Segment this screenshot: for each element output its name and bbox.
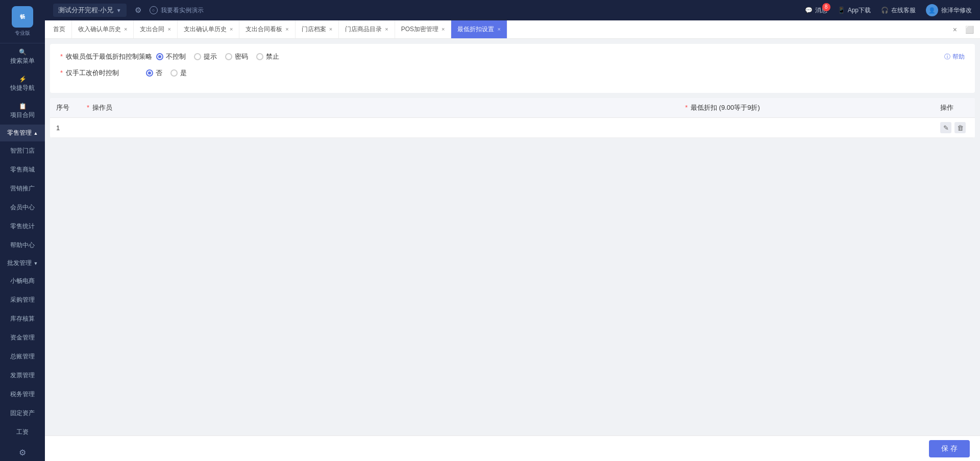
manual-control-row: * 仅手工改价时控制 否 是	[60, 68, 965, 78]
close-icon[interactable]: ×	[497, 27, 500, 32]
tab-bar: 首页 收入确认单历史 × 支出合同 × 支出确认单历史 × 支出合同看板 × 门…	[45, 20, 980, 39]
sidebar-item-capital[interactable]: 资金管理	[0, 328, 45, 347]
tab-expand-btn[interactable]: ⬜	[963, 25, 976, 35]
radio-circle-yes	[170, 69, 178, 77]
tab-contract-board[interactable]: 支出合同看板 ×	[239, 20, 295, 39]
radio-ban[interactable]: 禁止	[256, 52, 279, 61]
col-header-discount: * 最低折扣 (9.00等于9折)	[679, 98, 934, 118]
tab-min-discount[interactable]: 最低折扣设置 ×	[451, 20, 507, 39]
user-info[interactable]: 👤 徐泽华修改	[926, 4, 972, 16]
message-btn[interactable]: 💬 消息 8	[805, 6, 827, 15]
cashier-policy-row: * 收银员低于最低折扣控制策略 不控制 提示 密码	[60, 52, 965, 61]
project-icon: 📋	[19, 103, 27, 110]
col-header-actions: 操作	[934, 98, 975, 118]
download-icon: 📱	[838, 7, 845, 14]
logo-icon: 畅	[12, 6, 33, 28]
radio-circle-prompt	[194, 53, 201, 60]
gear-icon: ⚙	[19, 448, 26, 457]
sidebar-item-search[interactable]: 🔍 搜索菜单	[0, 43, 45, 70]
sidebar-item-assets[interactable]: 固定资产	[0, 404, 45, 423]
save-button[interactable]: 保 存	[929, 440, 970, 457]
close-icon[interactable]: ×	[285, 27, 288, 32]
sidebar-item-tax[interactable]: 税务管理	[0, 385, 45, 404]
message-badge: 8	[822, 3, 830, 11]
table-row: 1 ✎ 🗑	[50, 118, 975, 138]
sidebar-item-ecommerce[interactable]: 小畅电商	[0, 272, 45, 290]
sidebar-item-payroll[interactable]: 工资	[0, 423, 45, 442]
logo-text: 畅	[20, 13, 25, 20]
retail-arrow: ▲	[34, 131, 38, 136]
sidebar-item-retail[interactable]: 零售管理 ▲	[0, 125, 45, 141]
sidebar-item-batch[interactable]: 批发管理 ▼	[0, 255, 45, 272]
delete-btn[interactable]: 🗑	[954, 122, 966, 133]
sidebar-item-online-store[interactable]: 零售商城	[0, 160, 45, 179]
header-settings-btn[interactable]: ⚙	[135, 6, 141, 15]
action-btns: ✎ 🗑	[940, 122, 969, 133]
tab-pos-password[interactable]: POS加密管理 ×	[395, 20, 452, 39]
sidebar-item-purchase[interactable]: 采购管理	[0, 290, 45, 309]
tab-contract[interactable]: 支出合同 ×	[134, 20, 177, 39]
tab-income[interactable]: 收入确认单历史 ×	[72, 20, 134, 39]
tab-store-file[interactable]: 门店档案 ×	[296, 20, 339, 39]
main-area: 测试分开完程·小兄 ▼ ⚙ ○ 我要看实例演示 💬 消息 8 📱 App下载 🎧…	[45, 0, 980, 461]
radio-circle-no	[146, 69, 153, 77]
close-icon[interactable]: ×	[385, 27, 388, 32]
close-icon[interactable]: ×	[329, 27, 332, 32]
sidebar-item-member[interactable]: 会员中心	[0, 198, 45, 217]
project-name: 测试分开完程·小兄	[58, 6, 113, 15]
cell-operator	[81, 118, 679, 138]
manual-control-radio-group: 否 是	[146, 68, 187, 78]
close-icon[interactable]: ×	[230, 27, 233, 32]
discount-table: 序号 * 操作员 * 最低折扣 (9.00等于9折) 操作	[50, 98, 975, 138]
service-icon: 🎧	[881, 7, 889, 14]
tab-bar-actions: × ⬜	[951, 25, 980, 35]
radio-yes[interactable]: 是	[170, 68, 187, 78]
cashier-policy-label: * 收银员低于最低折扣控制策略	[60, 52, 152, 61]
radio-no-control[interactable]: 不控制	[156, 52, 186, 61]
demo-link[interactable]: ○ 我要看实例演示	[150, 6, 204, 15]
radio-prompt[interactable]: 提示	[194, 52, 217, 61]
help-btn[interactable]: ⓘ 帮助	[944, 53, 965, 61]
sidebar-item-inventory[interactable]: 库存核算	[0, 309, 45, 328]
sidebar-item-marketing[interactable]: 营销推广	[0, 179, 45, 198]
radio-circle-ban	[256, 53, 263, 60]
close-icon[interactable]: ×	[442, 27, 445, 32]
project-selector[interactable]: 测试分开完程·小兄 ▼	[53, 4, 127, 17]
sidebar-item-invoice[interactable]: 发票管理	[0, 366, 45, 385]
tab-home[interactable]: 首页	[47, 20, 72, 39]
sidebar-item-help[interactable]: 帮助中心	[0, 236, 45, 255]
tab-store-product[interactable]: 门店商品目录 ×	[339, 20, 395, 39]
radio-no[interactable]: 否	[146, 68, 162, 78]
edit-btn[interactable]: ✎	[940, 122, 951, 133]
sidebar-item-shortcut[interactable]: ⚡ 快捷导航	[0, 70, 45, 98]
header-right: 💬 消息 8 📱 App下载 🎧 在线客服 👤 徐泽华修改	[805, 4, 972, 16]
required-mark: *	[60, 53, 63, 60]
radio-circle-no-control	[156, 53, 163, 60]
radio-password[interactable]: 密码	[225, 52, 248, 61]
sidebar-item-smart-store[interactable]: 智营门店	[0, 141, 45, 160]
form-card: * 收银员低于最低折扣控制策略 不控制 提示 密码	[50, 44, 975, 93]
manual-control-label: * 仅手工改价时控制	[60, 68, 142, 78]
content-area: * 收银员低于最低折扣控制策略 不控制 提示 密码	[45, 39, 980, 435]
tab-payment-hist[interactable]: 支出确认单历史 ×	[178, 20, 239, 39]
sidebar-item-ledger[interactable]: 总账管理	[0, 347, 45, 366]
shortcut-icon: ⚡	[19, 76, 27, 83]
bottom-bar: 保 存	[45, 435, 980, 461]
tab-close-btn[interactable]: ×	[951, 25, 959, 35]
sidebar-item-retail-stat[interactable]: 零售统计	[0, 217, 45, 236]
close-icon[interactable]: ×	[124, 27, 127, 32]
app-download-btn[interactable]: 📱 App下载	[838, 6, 871, 15]
col-header-operator: * 操作员	[81, 98, 679, 118]
col-header-num: 序号	[50, 98, 81, 118]
close-icon[interactable]: ×	[167, 27, 170, 32]
sidebar-logo: 畅 专业版	[0, 0, 45, 43]
sidebar-settings-btn[interactable]: ⚙	[0, 442, 45, 461]
logo-edition: 专业版	[15, 30, 30, 37]
sidebar-item-project[interactable]: 📋 项目合同	[0, 98, 45, 125]
cell-discount	[679, 118, 934, 138]
radio-circle-password	[225, 53, 232, 60]
top-header: 测试分开完程·小兄 ▼ ⚙ ○ 我要看实例演示 💬 消息 8 📱 App下载 🎧…	[45, 0, 980, 20]
chevron-down-icon: ▼	[116, 8, 121, 13]
demo-icon: ○	[150, 6, 158, 14]
online-service-btn[interactable]: 🎧 在线客服	[881, 6, 916, 15]
